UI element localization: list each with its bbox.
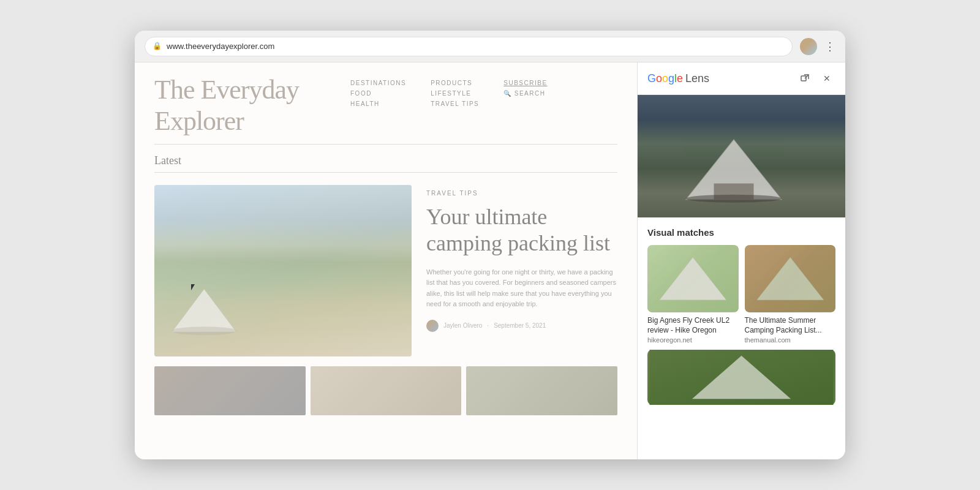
thumbnail-3[interactable]: [466, 366, 617, 415]
address-bar[interactable]: 🔒 www.theeverydayexplorer.com: [145, 37, 793, 56]
nav-col-2: PRODUCTS LIFESTYLE TRAVEL TIPS: [431, 80, 479, 107]
match-source-2: themanual.com: [745, 336, 836, 344]
nav-col-1: DESTINATIONS FOOD HEALTH: [350, 80, 406, 107]
match-card-2[interactable]: The Ultimate Summer Camping Packing List…: [745, 245, 836, 344]
search-icon: 🔍: [503, 90, 512, 97]
svg-marker-0: [172, 289, 236, 332]
lock-icon: 🔒: [153, 42, 162, 51]
lens-label: Lens: [685, 72, 709, 85]
nav-health[interactable]: HEALTH: [350, 100, 406, 107]
avatar-image: [800, 38, 817, 55]
match-title-2: The Ultimate Summer Camping Packing List…: [745, 316, 836, 335]
match-tent-svg-2: [745, 245, 836, 312]
nav-subscribe[interactable]: SUBSCRIBE: [503, 80, 547, 86]
author-avatar: [426, 320, 439, 332]
article-title[interactable]: Your ultimate camping packing list: [426, 204, 617, 257]
nav-travel-tips[interactable]: TRAVEL TIPS: [431, 100, 479, 107]
browser-window: 🔒 www.theeverydayexplorer.com ⋮ The Ever…: [135, 31, 845, 459]
article-meta: Jaylen Olivero · September 5, 2021: [426, 320, 617, 332]
matches-grid: Big Agnes Fly Creek UL2 review - Hike Or…: [647, 245, 835, 344]
nav-destinations[interactable]: DESTINATIONS: [350, 80, 406, 86]
nav-lifestyle[interactable]: LIFESTYLE: [431, 90, 479, 97]
lens-image-preview: [638, 95, 845, 217]
lens-actions: ✕: [796, 70, 835, 87]
browser-content: The Everyday Explorer DESTINATIONS FOOD …: [135, 62, 845, 459]
match-image-1: [647, 245, 739, 312]
svg-point-1: [172, 326, 236, 335]
site-title: The Everyday Explorer: [154, 75, 326, 137]
google-letter-e: e: [677, 72, 683, 85]
match-tent-svg-3: [647, 350, 835, 405]
external-link-icon: [801, 74, 809, 83]
match-card-1[interactable]: Big Agnes Fly Creek UL2 review - Hike Or…: [647, 245, 739, 344]
google-lens-logo: Google Lens: [647, 72, 709, 85]
nav-col-3: SUBSCRIBE 🔍 SEARCH: [503, 80, 547, 107]
article-image[interactable]: [154, 185, 412, 356]
thumbnail-1[interactable]: [154, 366, 306, 415]
google-logo-text: Google: [647, 72, 683, 85]
nav-search[interactable]: 🔍 SEARCH: [503, 90, 547, 97]
match-card-3[interactable]: [647, 350, 835, 405]
browser-toolbar: 🔒 www.theeverydayexplorer.com ⋮: [135, 31, 845, 62]
featured-article: TRAVEL TIPS Your ultimate camping packin…: [135, 185, 637, 356]
match-tent-svg-1: [647, 245, 739, 312]
svg-line-3: [805, 75, 809, 78]
article-category: TRAVEL TIPS: [426, 190, 617, 197]
nav-products[interactable]: PRODUCTS: [431, 80, 479, 86]
menu-dots-button[interactable]: ⋮: [824, 40, 835, 53]
site-nav: The Everyday Explorer DESTINATIONS FOOD …: [135, 62, 637, 137]
match-source-1: hikeoregon.net: [647, 336, 739, 344]
lens-tent-svg: [656, 132, 827, 211]
website-content: The Everyday Explorer DESTINATIONS FOOD …: [135, 62, 637, 459]
nav-columns: DESTINATIONS FOOD HEALTH PRODUCTS LIFEST…: [350, 75, 617, 107]
mouse-cursor: [191, 284, 202, 295]
match-title-1: Big Agnes Fly Creek UL2 review - Hike Or…: [647, 316, 739, 335]
article-text: TRAVEL TIPS Your ultimate camping packin…: [426, 185, 617, 356]
browser-actions: ⋮: [800, 38, 835, 55]
match-image-2: [745, 245, 836, 312]
article-excerpt: Whether you're going for one night or th…: [426, 267, 617, 310]
author-name: Jaylen Olivero: [443, 322, 482, 329]
article-separator: ·: [487, 322, 489, 329]
latest-divider: [154, 172, 617, 173]
nav-search-label: SEARCH: [514, 90, 546, 97]
latest-label: Latest: [154, 154, 617, 167]
close-lens-button[interactable]: ✕: [818, 70, 835, 87]
tent-svg: [167, 283, 252, 338]
svg-point-6: [686, 195, 782, 203]
google-letter-g2: g: [668, 72, 674, 85]
lens-panel: Google Lens ✕: [637, 62, 845, 459]
url-text: www.theeverydayexplorer.com: [167, 42, 274, 51]
latest-section: Latest: [135, 145, 637, 173]
visual-matches-title: Visual matches: [647, 227, 835, 238]
user-avatar[interactable]: [800, 38, 817, 55]
match-image-3: [647, 350, 835, 405]
google-letter-o2: o: [662, 72, 668, 85]
bottom-thumbnails: [135, 356, 637, 415]
lens-header: Google Lens ✕: [638, 62, 845, 95]
nav-food[interactable]: FOOD: [350, 90, 406, 97]
google-letter-g: G: [647, 72, 656, 85]
article-date: September 5, 2021: [494, 322, 546, 329]
external-link-button[interactable]: [796, 70, 813, 87]
visual-matches-section: Visual matches: [638, 217, 845, 459]
google-letter-o1: o: [656, 72, 662, 85]
thumbnail-2[interactable]: [311, 366, 462, 415]
close-icon: ✕: [823, 74, 831, 84]
